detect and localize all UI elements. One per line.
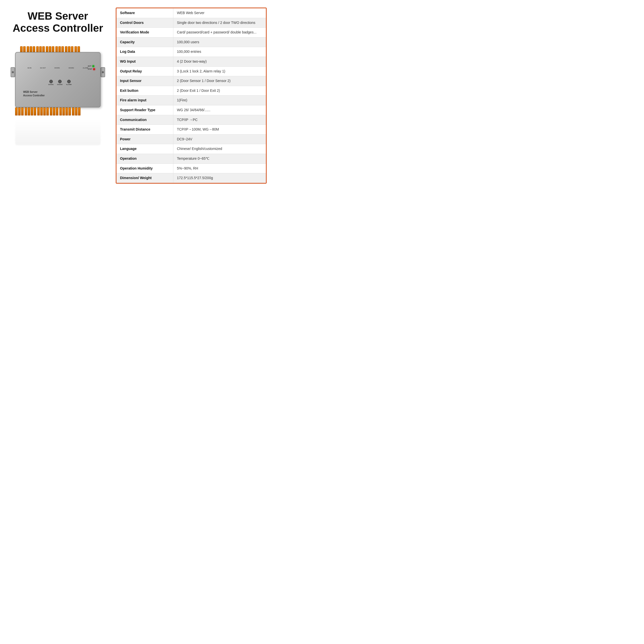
table-row: Dimension/ Weight172.5*115.5*27.5/200g xyxy=(116,173,266,183)
spec-value: Card/ password/card + password/ double b… xyxy=(173,28,266,37)
table-row: Input Sensor2 (Door Sensor 1 / Door Sens… xyxy=(116,76,266,86)
table-row: LanguageChinese/ English/customized xyxy=(116,144,266,154)
spec-label: Operation xyxy=(116,154,173,164)
spec-value: DC9~24V xyxy=(173,134,266,144)
spec-value: 2 (Door Exit 1 / Door Exit 2) xyxy=(173,86,266,96)
stat-led xyxy=(93,68,95,70)
table-row: Fire alarm input1(Fire) xyxy=(116,96,266,105)
spec-label: Dimension/ Weight xyxy=(116,173,173,183)
table-row: Transmit DistanceTCP/IP→100M, WG→80M xyxy=(116,125,266,135)
alarm-indicator xyxy=(67,80,71,83)
table-row: Output Relay3 (Lock 1 lock 2, Alarm rela… xyxy=(116,66,266,76)
table-row: Verification ModeCard/ password/card + p… xyxy=(116,28,266,37)
table-row: CommunicationTCP/IP →PC xyxy=(116,115,266,125)
table-row: Exit button2 (Door Exit 1 / Door Exit 2) xyxy=(116,86,266,96)
specs-table: SoftwareWEB Web ServerControl DoorsSingl… xyxy=(116,8,266,183)
table-row: Control DoorsSingle door two directions … xyxy=(116,18,266,28)
spec-value: WEB Web Server xyxy=(173,8,266,18)
table-row: SoftwareWEB Web Server xyxy=(116,8,266,18)
spec-label: Communication xyxy=(116,115,173,125)
spec-value: 100,000 entries xyxy=(173,47,266,57)
spec-label: Log Data xyxy=(116,47,173,57)
mount-ear-left xyxy=(11,67,15,77)
spec-value: 2 (Door Sensor 1 / Door Sensor 2) xyxy=(173,76,266,86)
spec-value: WG 26/ 34/64/66/...... xyxy=(173,105,266,115)
spec-value: Chinese/ English/customized xyxy=(173,144,266,154)
table-row: OperationTemperature 0~65℃ xyxy=(116,154,266,164)
spec-label: Capacity xyxy=(116,37,173,47)
table-row: Capacity100,000 users xyxy=(116,37,266,47)
spec-value: 5%~90%, RH xyxy=(173,164,266,173)
table-row: PowerDC9~24V xyxy=(116,134,266,144)
spec-label: Control Doors xyxy=(116,18,173,28)
top-label-strip: D2 IN D2 OUT DOOR1 DOOR2 ALARM xyxy=(23,67,93,71)
door2-indicator xyxy=(58,80,62,83)
spec-value: Temperature 0~65℃ xyxy=(173,154,266,164)
spec-label: Software xyxy=(116,8,173,18)
specs-section: SoftwareWEB Web ServerControl DoorsSingl… xyxy=(116,8,267,184)
spec-value: 1(Fire) xyxy=(173,96,266,105)
table-row: Operation Humidity5%~90%, RH xyxy=(116,164,266,173)
table-row: WG Input4 (2 Door two-way) xyxy=(116,57,266,66)
spec-label: Verification Mode xyxy=(116,28,173,37)
spec-label: Fire alarm input xyxy=(116,96,173,105)
spec-value: 100,000 users xyxy=(173,37,266,47)
door1-indicator xyxy=(49,80,53,83)
spec-value: Single door two directions / 2 door TWO … xyxy=(173,18,266,28)
left-section: WEB Server Access Controller xyxy=(5,8,111,148)
spec-value: 172.5*115.5*27.5/200g xyxy=(173,173,266,183)
table-row: Support Reader TypeWG 26/ 34/64/66/.....… xyxy=(116,105,266,115)
table-row: Log Data100,000 entries xyxy=(116,47,266,57)
spec-label: Input Sensor xyxy=(116,76,173,86)
device-name-inside: WEB Server Access Controller xyxy=(23,90,45,97)
act-led xyxy=(92,65,94,67)
page-container: WEB Server Access Controller xyxy=(5,8,267,184)
spec-label: Exit button xyxy=(116,86,173,96)
door-indicators: DOOR1 DOOR2 ALARM xyxy=(48,80,71,85)
spec-value: TCP/IP →PC xyxy=(173,115,266,125)
device-illustration: D2 IN D2 OUT DOOR1 DOOR2 ALARM ACT STAT xyxy=(10,42,106,148)
spec-label: Transmit Distance xyxy=(116,125,173,135)
spec-label: WG Input xyxy=(116,57,173,66)
mount-ear-right xyxy=(101,67,105,77)
product-title: WEB Server Access Controller xyxy=(13,10,103,34)
spec-value: TCP/IP→100M, WG→80M xyxy=(173,125,266,135)
spec-value: 3 (Lock 1 lock 2, Alarm relay 1) xyxy=(173,66,266,76)
spec-label: Language xyxy=(116,144,173,154)
spec-label: Operation Humidity xyxy=(116,164,173,173)
spec-label: Output Relay xyxy=(116,66,173,76)
spec-value: 4 (2 Door two-way) xyxy=(173,57,266,66)
device-reflection xyxy=(15,120,101,145)
spec-label: Support Reader Type xyxy=(116,105,173,115)
device-body: D2 IN D2 OUT DOOR1 DOOR2 ALARM ACT STAT xyxy=(15,52,101,107)
spec-label: Power xyxy=(116,134,173,144)
